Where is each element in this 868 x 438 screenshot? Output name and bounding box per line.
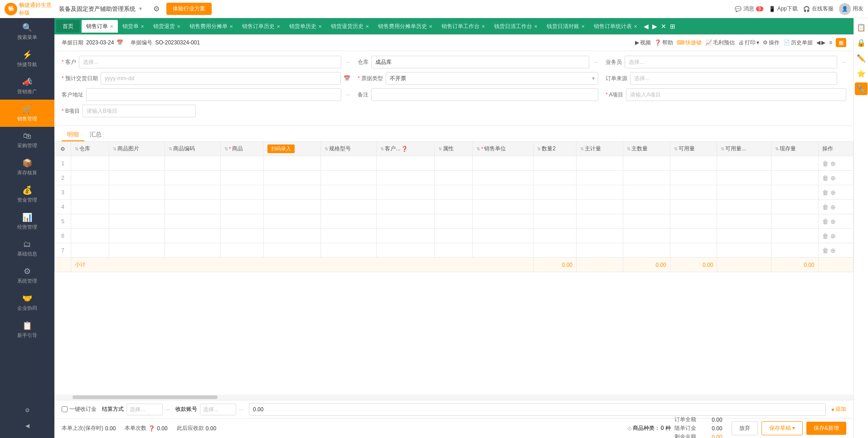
- row-7-avail2[interactable]: [717, 243, 771, 258]
- row-3-attribute[interactable]: [435, 185, 473, 200]
- sort-icon-avail[interactable]: ⇅: [674, 146, 678, 151]
- tab-sales-invoice[interactable]: 销货单 ✕: [118, 20, 149, 33]
- account-more-icon[interactable]: ···: [239, 406, 243, 413]
- one-click-deposit-label[interactable]: 一键收订金: [62, 405, 97, 413]
- warehouse-more-icon[interactable]: ···: [594, 59, 598, 65]
- sort-icon-qty2[interactable]: ⇅: [537, 146, 541, 151]
- row-4-product[interactable]: [221, 200, 264, 214]
- save-draft-dropdown-icon[interactable]: ▾: [792, 425, 795, 431]
- customer-addr-more-icon[interactable]: ···: [346, 91, 350, 98]
- row-1-product[interactable]: [221, 156, 264, 171]
- row-5-current-stock[interactable]: [771, 214, 818, 229]
- row-3-image[interactable]: [109, 185, 165, 200]
- row-5-copy-icon[interactable]: ⊕: [830, 218, 836, 225]
- row-7-scan[interactable]: [263, 243, 320, 258]
- a-project-input[interactable]: [626, 88, 846, 101]
- row-6-current-stock[interactable]: [771, 229, 818, 243]
- customer-code-help-icon[interactable]: ❓: [401, 146, 408, 152]
- payment-method-more-icon[interactable]: ···: [165, 406, 170, 413]
- row-7-main-qty[interactable]: [623, 243, 670, 258]
- row-3-unit[interactable]: [473, 185, 533, 200]
- tab-invoice-history[interactable]: 销货单历史 ✕: [285, 20, 326, 33]
- row-2-main-unit[interactable]: [577, 171, 623, 185]
- tab-close-return-history[interactable]: ✕: [365, 24, 369, 29]
- row-7-current-stock[interactable]: [771, 243, 818, 258]
- row-2-avail2[interactable]: [717, 171, 771, 185]
- row-4-customer-code[interactable]: [377, 200, 435, 214]
- row-7-image[interactable]: [109, 243, 165, 258]
- row-2-delete-icon[interactable]: 🗑: [822, 174, 829, 182]
- row-4-main-unit[interactable]: [577, 200, 623, 214]
- sidebar-item-baseinfo[interactable]: 🗂 基础信息: [0, 235, 54, 262]
- tab-order-workbench[interactable]: 销售订单工作台 ✕: [437, 20, 490, 33]
- sort-icon-warehouse[interactable]: ⇅: [75, 146, 78, 151]
- row-2-avail[interactable]: [670, 171, 717, 185]
- row-6-scan[interactable]: [263, 229, 320, 243]
- row-6-main-qty[interactable]: [623, 229, 670, 243]
- row-3-product[interactable]: [221, 185, 264, 200]
- sort-icon-attribute[interactable]: ⇅: [438, 146, 442, 151]
- row-7-spec[interactable]: [321, 243, 377, 258]
- next-record-button[interactable]: ▶: [821, 39, 825, 46]
- one-click-deposit-checkbox[interactable]: [62, 406, 68, 412]
- row-3-copy-icon[interactable]: ⊕: [830, 189, 836, 196]
- row-3-warehouse[interactable]: [71, 185, 109, 200]
- row-2-unit[interactable]: [473, 171, 533, 185]
- row-1-customer-code[interactable]: [377, 156, 435, 171]
- table-container[interactable]: ⚙ ⇅ 仓库 ⇅ 商品图片: [54, 141, 853, 395]
- row-4-main-qty[interactable]: [623, 200, 670, 214]
- list-view-button[interactable]: ≡: [829, 39, 832, 46]
- sidebar-collapse-button[interactable]: ◀: [0, 418, 54, 433]
- row-5-delete-icon[interactable]: 🗑: [822, 218, 829, 225]
- sidebar-settings-button[interactable]: ⚙: [0, 403, 54, 418]
- row-7-code[interactable]: [165, 243, 220, 258]
- tab-order-stats[interactable]: 销售订单统计表 ✕: [589, 20, 642, 33]
- row-5-customer-code[interactable]: [377, 214, 435, 229]
- row-7-avail[interactable]: [670, 243, 717, 258]
- row-5-main-unit[interactable]: [577, 214, 623, 229]
- row-7-product[interactable]: [221, 243, 264, 258]
- tab-detail[interactable]: 明细: [62, 129, 84, 141]
- row-6-qty2[interactable]: [533, 229, 577, 243]
- tab-close-order-stats[interactable]: ✕: [634, 24, 637, 29]
- row-4-image[interactable]: [109, 200, 165, 214]
- row-5-attribute[interactable]: [435, 214, 473, 229]
- row-7-copy-icon[interactable]: ⊕: [830, 247, 836, 254]
- tab-daily-reconcile[interactable]: 钱货日清对账 ✕: [542, 20, 589, 33]
- print-button[interactable]: 🖨 打印 ▾: [738, 39, 759, 47]
- row-3-avail[interactable]: [670, 185, 717, 200]
- sidebar-item-marketing[interactable]: 📣 营销推广: [0, 72, 54, 100]
- row-2-product[interactable]: [221, 171, 264, 185]
- remark-input[interactable]: [371, 88, 598, 101]
- row-4-spec[interactable]: [321, 200, 377, 214]
- row-4-warehouse[interactable]: [71, 200, 109, 214]
- customer-input[interactable]: [79, 56, 341, 68]
- row-1-main-qty[interactable]: [623, 156, 670, 171]
- row-1-delete-icon[interactable]: 🗑: [822, 160, 829, 167]
- row-5-product[interactable]: [221, 214, 264, 229]
- row-6-avail[interactable]: [670, 229, 717, 243]
- sidebar-item-purchase[interactable]: 🛍 采购管理: [0, 127, 54, 154]
- row-6-product[interactable]: [221, 229, 264, 243]
- row-6-image[interactable]: [109, 229, 165, 243]
- row-7-attribute[interactable]: [435, 243, 473, 258]
- row-1-current-stock[interactable]: [771, 156, 818, 171]
- sort-icon-main-qty[interactable]: ⇅: [627, 146, 630, 151]
- delivery-date-input[interactable]: [101, 72, 341, 85]
- row-4-code[interactable]: [165, 200, 220, 214]
- order-source-input[interactable]: [630, 72, 837, 85]
- tab-close-sales-expense[interactable]: ✕: [229, 24, 233, 29]
- tab-expense-history[interactable]: 销售费用分摊单历史 ✕: [373, 20, 437, 33]
- sidebar-item-system[interactable]: ⚙ 系统管理: [0, 262, 54, 289]
- sidebar-item-cooperation[interactable]: 🤝 企业协同: [0, 289, 54, 316]
- row-4-current-stock[interactable]: [771, 200, 818, 214]
- row-1-avail2[interactable]: [717, 156, 771, 171]
- right-panel-star-icon[interactable]: ⭐: [855, 67, 868, 80]
- warehouse-input[interactable]: [371, 56, 589, 68]
- tab-close-order-workbench[interactable]: ✕: [481, 24, 485, 29]
- row-5-image[interactable]: [109, 214, 165, 229]
- row-4-attribute[interactable]: [435, 200, 473, 214]
- tab-home[interactable]: 首页: [56, 20, 80, 33]
- column-settings-icon[interactable]: ⚙: [60, 146, 65, 152]
- row-1-qty2[interactable]: [533, 156, 577, 171]
